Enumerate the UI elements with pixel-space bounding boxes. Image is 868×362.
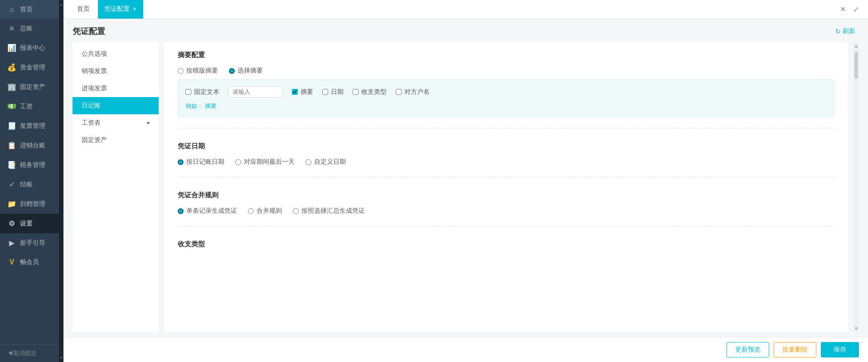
archive-icon: 📁 [7,200,16,208]
left-nav-journal[interactable]: 日记账 [73,97,159,114]
outer-scrollbar: ▲ ▼ [853,42,859,333]
tax-icon: 📑 [7,161,16,169]
sidebar-scroll-down[interactable]: ▼ [59,355,63,360]
reports-icon: 📊 [7,44,16,52]
tab-close-icon[interactable]: ✕ [132,6,137,12]
sidebar-item-ledger[interactable]: ≡ 总账 [0,19,59,38]
sidebar-scrollbar: ▲ ▼ [59,0,63,362]
tab-resize-button[interactable]: ⤢ [851,4,861,15]
summary-radio-template[interactable]: 按模版摘要 [178,67,218,75]
checkbox-date[interactable]: 日期 [322,88,344,96]
merge-rule-radio-group: 单条记录生成凭证 合并规则 按照选择汇总生成凭证 [178,207,834,215]
sidebar-item-salary[interactable]: 💵 工资 [0,97,59,116]
sidebar-item-tax[interactable]: 📑 税务管理 [0,155,59,175]
chevron-down-icon: ▾ [147,120,150,126]
sidebar-item-assets[interactable]: 🏢 固定资产 [0,77,59,97]
collection-type-title: 收支类型 [178,240,834,249]
content-layout: 公共选项 销项发票 进项发票 日记账 工资表 ▾ 固定资产 摘要配置 [63,37,868,337]
unpin-sidebar-button[interactable]: ◀取消固定 [0,344,59,362]
tab-home[interactable]: 首页 [71,0,96,19]
checkbox-counterpart-name[interactable]: 对方户名 [396,88,430,96]
assets-icon: 🏢 [7,83,16,91]
page-header: 凭证配置 ↻ 刷新 [63,19,868,37]
batch-delete-button[interactable]: 批量删除 [774,342,816,357]
sidebar-item-invoice[interactable]: 🧾 发票管理 [0,116,59,136]
merge-radio-summary[interactable]: 按照选择汇总生成凭证 [293,207,365,215]
ledger-icon: ≡ [7,24,16,33]
left-nav: 公共选项 销项发票 进项发票 日记账 工资表 ▾ 固定资产 [73,42,159,333]
date-radio-last-day[interactable]: 对应期间最后一天 [235,158,295,166]
update-preview-button[interactable]: 更新预览 [727,342,769,357]
refresh-button[interactable]: ↻ 刷新 [832,25,859,37]
checkout-icon: ✓ [7,180,16,189]
checkbox-summary[interactable]: 摘要 [292,88,313,96]
vip-icon: V [7,258,16,266]
sidebar-item-purchase[interactable]: 📋 进销台账 [0,136,59,155]
left-nav-common[interactable]: 公共选项 [73,45,159,63]
fixed-text-input[interactable] [228,86,283,98]
sidebar-item-guide[interactable]: ▶ 新手引导 [0,233,59,253]
summary-checkboxes: 固定文本 摘要 日期 收支类型 [185,86,827,98]
summary-section: 摘要配置 按模版摘要 选择摘要 固定文本 [178,51,834,128]
sidebar-item-reports[interactable]: 📊 报表中心 [0,38,59,58]
page-title: 凭证配置 [73,26,105,37]
scroll-down-arrow[interactable]: ▼ [854,324,859,333]
tab-close-window-button[interactable]: ✕ [838,4,848,15]
right-panel: 摘要配置 按模版摘要 选择摘要 固定文本 [164,42,848,333]
bottom-bar: 更新预览 批量删除 保存 [63,337,868,362]
voucher-date-section: 凭证日期 按日记账日期 对应期间最后一天 自定义日期 [178,142,834,177]
salary-icon: 💵 [7,102,16,111]
collection-type-section: 收支类型 [178,240,834,267]
tab-voucher-config[interactable]: 凭证配置 ✕ [98,0,143,19]
sidebar-item-vip[interactable]: V 畅会员 [0,253,59,272]
summary-config-box: 固定文本 摘要 日期 收支类型 [178,79,834,117]
sidebar-item-settings[interactable]: ⚙ 设置 [0,214,59,233]
home-icon: ⌂ [7,5,16,14]
voucher-date-radio-group: 按日记账日期 对应期间最后一天 自定义日期 [178,158,834,166]
left-nav-purchase[interactable]: 进项发票 [73,80,159,97]
summary-section-title: 摘要配置 [178,51,834,59]
sidebar-scroll-up[interactable]: ▲ [59,2,63,7]
date-radio-journal[interactable]: 按日记账日期 [178,158,224,166]
sidebar-item-funds[interactable]: 💰 资金管理 [0,58,59,77]
checkbox-payment-type[interactable]: 收支类型 [353,88,387,96]
left-nav-fixed-assets[interactable]: 固定资产 [73,132,159,149]
merge-radio-merge[interactable]: 合并规则 [248,207,282,215]
tab-bar: 首页 凭证配置 ✕ ✕ ⤢ [63,0,868,19]
sidebar-item-home[interactable]: ⌂ 首页 [0,0,59,19]
merge-radio-single[interactable]: 单条记录生成凭证 [178,207,237,215]
sidebar-item-archive[interactable]: 📁 归档管理 [0,194,59,214]
left-nav-payroll[interactable]: 工资表 ▾ [73,114,159,132]
summary-radio-group: 按模版摘要 选择摘要 [178,67,834,75]
date-radio-custom[interactable]: 自定义日期 [305,158,346,166]
purchase-icon: 📋 [7,141,16,150]
main-area: 首页 凭证配置 ✕ ✕ ⤢ 凭证配置 ↻ 刷新 公共选项 销项发票 进 [63,0,868,362]
sidebar: ⌂ 首页 ≡ 总账 📊 报表中心 💰 资金管理 🏢 固定资产 💵 工资 🧾 发票… [0,0,59,362]
merge-rule-section: 凭证合并规则 单条记录生成凭证 合并规则 按照选择汇总生成凭证 [178,191,834,226]
left-nav-sales[interactable]: 销项发票 [73,63,159,80]
merge-rule-title: 凭证合并规则 [178,191,834,200]
refresh-icon: ↻ [835,28,841,35]
funds-icon: 💰 [7,63,16,72]
voucher-date-title: 凭证日期 [178,142,834,151]
save-button[interactable]: 保存 [821,342,859,357]
invoice-icon: 🧾 [7,122,16,130]
settings-icon: ⚙ [7,219,16,228]
scroll-up-arrow[interactable]: ▲ [854,42,859,50]
checkbox-fixed-text[interactable]: 固定文本 [185,88,219,96]
sidebar-item-checkout[interactable]: ✓ 结账 [0,175,59,194]
tab-actions: ✕ ⤢ [838,4,861,15]
summary-radio-select[interactable]: 选择摘要 [229,67,263,75]
guide-icon: ▶ [7,239,16,247]
scroll-thumb[interactable] [854,52,858,79]
example-text: 例如： 摘要 [185,102,827,110]
